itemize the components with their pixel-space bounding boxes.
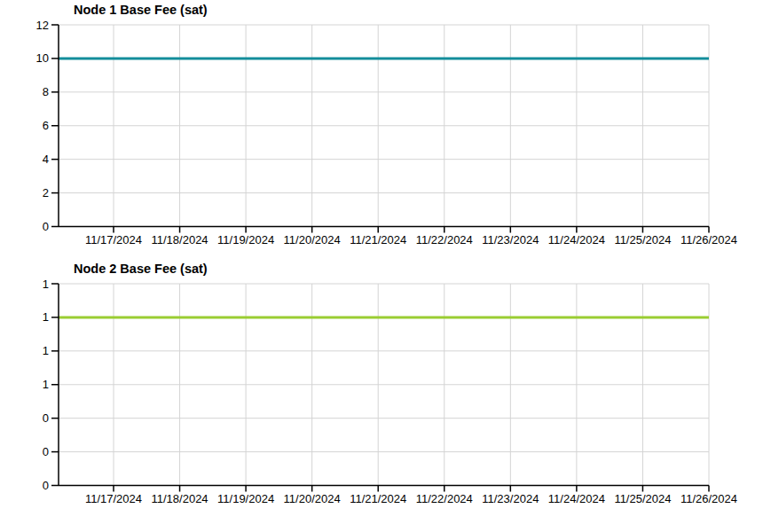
node-1-chart-plot: 02468101211/17/202411/18/202411/19/20241…	[0, 0, 763, 259]
x-tick-label: 11/21/2024	[350, 492, 406, 505]
y-tick-label: 12	[36, 19, 49, 32]
x-tick-label: 11/23/2024	[482, 492, 539, 505]
x-tick-label: 11/24/2024	[548, 233, 605, 246]
y-tick-label: 0	[43, 411, 49, 425]
y-tick-label: 10	[36, 51, 49, 65]
y-tick-label: 0	[43, 445, 49, 458]
x-tick-label: 11/19/2024	[217, 492, 274, 505]
y-tick-label: 1	[43, 344, 49, 357]
x-tick-label: 11/17/2024	[85, 492, 142, 505]
x-tick-label: 11/26/2024	[680, 233, 737, 246]
x-tick-label: 11/26/2024	[680, 492, 737, 505]
x-tick-label: 11/22/2024	[416, 233, 473, 246]
y-tick-label: 8	[43, 85, 49, 98]
x-tick-label: 11/19/2024	[217, 233, 274, 246]
x-tick-label: 11/25/2024	[614, 492, 671, 505]
node-1-base-fee-chart: Node 1 Base Fee (sat) 02468101211/17/202…	[0, 0, 763, 259]
x-tick-label: 11/23/2024	[482, 233, 539, 246]
y-tick-label: 6	[43, 119, 49, 132]
y-tick-label: 4	[43, 153, 49, 166]
y-tick-label: 1	[43, 378, 49, 391]
x-tick-label: 11/18/2024	[152, 492, 208, 505]
x-tick-label: 11/20/2024	[284, 492, 341, 505]
x-tick-label: 11/18/2024	[152, 233, 208, 246]
x-tick-label: 11/25/2024	[614, 233, 671, 246]
y-tick-label: 0	[43, 479, 49, 492]
x-tick-label: 11/17/2024	[85, 233, 142, 246]
x-tick-label: 11/24/2024	[548, 492, 605, 505]
y-tick-label: 0	[43, 220, 49, 233]
x-tick-label: 11/22/2024	[416, 492, 473, 505]
y-tick-label: 1	[43, 310, 49, 324]
x-tick-label: 11/20/2024	[284, 233, 341, 246]
y-tick-label: 2	[43, 186, 49, 200]
y-tick-label: 1	[43, 278, 49, 291]
node-2-chart-plot: 000111111/17/202411/18/202411/19/202411/…	[0, 259, 763, 518]
node-2-base-fee-chart: Node 2 Base Fee (sat) 000111111/17/20241…	[0, 259, 763, 518]
x-tick-label: 11/21/2024	[350, 233, 406, 246]
page: Node 1 Base Fee (sat) 02468101211/17/202…	[0, 0, 763, 532]
